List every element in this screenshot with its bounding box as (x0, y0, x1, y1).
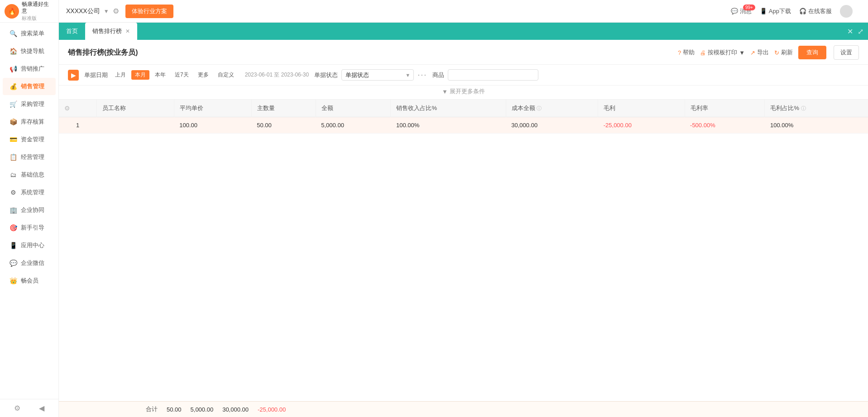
trial-btn[interactable]: 体验行业方案 (125, 5, 173, 18)
sales-icon: 💰 (9, 83, 17, 90)
query-btn[interactable]: 查询 (798, 46, 826, 59)
date-option-this-year[interactable]: 本年 (151, 70, 169, 80)
sidebar-item-enterprise[interactable]: 🏢 企业协同 (3, 201, 56, 219)
headset-icon: 🎧 (799, 8, 806, 14)
col-qty: 主数量 (251, 100, 316, 117)
content-area: 销售排行榜(按业务员) ? 帮助 🖨 按模板打印 ▼ ↗ 导出 (59, 40, 868, 417)
cell-index: 1 (59, 117, 96, 134)
date-option-this-month[interactable]: 本月 (131, 70, 149, 80)
page-title-row: 销售排行榜(按业务员) ? 帮助 🖨 按模板打印 ▼ ↗ 导出 (68, 45, 859, 60)
footer-amount: 5,000.00 (191, 406, 214, 413)
col-amount-label: 全额 (321, 105, 333, 111)
export-btn[interactable]: ↗ 导出 (750, 48, 769, 57)
tab-sales-ranking-label: 销售排行榜 (92, 27, 122, 35)
footer-collapse-icon[interactable]: ◀ (39, 404, 44, 412)
expand-more-row: ▼ 展开更多条件 (59, 86, 868, 100)
cell-gross: -25,000.00 (598, 117, 685, 134)
sidebar-item-label-member: 畅会员 (21, 277, 38, 285)
date-option-more[interactable]: 更多 (194, 70, 212, 80)
sidebar-item-finance[interactable]: 💳 资金管理 (3, 131, 56, 148)
help-label: 帮助 (683, 48, 695, 57)
print-dropdown-arrow: ▼ (739, 49, 745, 56)
sidebar-item-guide[interactable]: 🎯 新手引导 (3, 219, 56, 236)
date-filter-label: 单据日期 (84, 71, 108, 79)
sidebar-item-label-search: 搜索菜单 (21, 29, 44, 38)
purchase-icon: 🛒 (9, 101, 17, 108)
sidebar-item-operation[interactable]: 📋 经营管理 (3, 149, 56, 166)
settings-btn[interactable]: 设置 (834, 45, 859, 60)
tab-sales-ranking[interactable]: 销售排行榜 ✕ (85, 23, 137, 40)
page-header: 销售排行榜(按业务员) ? 帮助 🖨 按模板打印 ▼ ↗ 导出 (59, 40, 868, 65)
col-qty-label: 主数量 (257, 105, 275, 111)
table-header-row: ⚙ 员工名称 平均单价 主数量 全额 (59, 100, 868, 117)
data-table: ⚙ 员工名称 平均单价 主数量 全额 (59, 100, 868, 134)
logo-sub: 标准版 (22, 15, 54, 21)
sidebar-item-label-sales: 销售管理 (21, 82, 44, 91)
sidebar-item-basic[interactable]: 🗂 基础信息 (3, 166, 56, 183)
refresh-label: 刷新 (781, 48, 793, 57)
expand-more-btn[interactable]: ▼ 展开更多条件 (442, 87, 485, 96)
footer-settings-icon[interactable]: ⚙ (14, 404, 20, 412)
system-icon: ⚙ (9, 189, 17, 196)
sidebar-item-sales[interactable]: 💰 销售管理 (3, 78, 56, 95)
home-icon: 🏠 (9, 48, 17, 55)
sidebar-item-member[interactable]: 👑 畅会员 (3, 272, 56, 289)
date-option-last-7-days[interactable]: 近7天 (171, 70, 192, 80)
sidebar-item-shortcut[interactable]: 🏠 快捷导航 (3, 43, 56, 60)
status-select[interactable]: 单据状态 (341, 69, 414, 81)
sidebar-item-system[interactable]: ⚙ 系统管理 (3, 184, 56, 201)
status-filter-label: 单据状态 (314, 71, 338, 79)
help-btn[interactable]: ? 帮助 (678, 48, 695, 57)
topbar-right: 💬 消息 99+ 📱 App下载 🎧 在线客服 (731, 5, 861, 18)
sidebar-item-search[interactable]: 🔍 搜索菜单 (3, 25, 56, 42)
company-selector[interactable]: XXXXX公司 ▼ (66, 7, 109, 15)
page-title: 销售排行榜(按业务员) (68, 48, 138, 58)
filter-toggle-btn[interactable]: ▶ (68, 70, 79, 81)
col-gross-label: 毛利 (604, 105, 615, 111)
logo-text: 畅康通好生意 标准版 (22, 1, 54, 21)
filter-more-btn[interactable]: ··· (417, 70, 427, 80)
service-btn[interactable]: 🎧 在线客服 (799, 7, 832, 15)
cell-amount: 5,000.00 (316, 117, 391, 134)
col-name: 员工名称 (96, 100, 174, 117)
print-icon: 🖨 (700, 49, 706, 56)
sidebar-item-label-system: 系统管理 (21, 188, 44, 197)
sidebar: 🔥 畅康通好生意 标准版 🔍 搜索菜单 🏠 快捷导航 📢 营销推广 💰 销售管理… (0, 0, 59, 417)
sidebar-item-label-basic: 基础信息 (21, 171, 44, 179)
mobile-icon: 📱 (760, 8, 767, 14)
tab-close-icon[interactable]: ✕ (125, 28, 130, 34)
sidebar-item-inventory[interactable]: 📦 库存核算 (3, 113, 56, 130)
cell-gross-rate: -500.00% (685, 117, 765, 134)
guide-icon: 🎯 (9, 224, 17, 231)
goods-input[interactable] (448, 69, 538, 81)
date-option-custom[interactable]: 自定义 (214, 70, 238, 80)
date-option-last-month[interactable]: 上月 (111, 70, 129, 80)
refresh-btn[interactable]: ↻ 刷新 (774, 48, 793, 57)
sidebar-item-label-marketing: 营销推广 (21, 65, 44, 73)
sidebar-item-label-apps: 应用中心 (21, 241, 44, 249)
topbar-gear-icon[interactable]: ⚙ (113, 7, 119, 15)
company-name: XXXXX公司 (66, 7, 100, 15)
column-settings-icon[interactable]: ⚙ (64, 105, 70, 112)
filter-bar: ▶ 单据日期 上月 本月 本年 近7天 更多 自定义 2023-06-01 至 … (59, 65, 868, 86)
col-gross: 毛利 (598, 100, 685, 117)
table-footer: 合计 50.00 5,000.00 30,000.00 -25,000.00 (59, 401, 868, 417)
sidebar-item-apps[interactable]: 📱 应用中心 (3, 237, 56, 254)
cell-name (96, 117, 174, 134)
message-icon: 💬 (731, 8, 738, 14)
app-download-btn[interactable]: 📱 App下载 (760, 7, 791, 15)
tab-home[interactable]: 首页 (59, 23, 85, 40)
sidebar-item-marketing[interactable]: 📢 营销推广 (3, 60, 56, 77)
tab-restore-icon[interactable]: ⤢ (858, 27, 863, 36)
sidebar-item-purchase[interactable]: 🛒 采购管理 (3, 96, 56, 113)
tab-close-window-icon[interactable]: ✕ (847, 27, 853, 36)
footer-total-label: 合计 (64, 405, 158, 413)
message-btn[interactable]: 💬 消息 99+ (731, 7, 752, 15)
sidebar-footer: ⚙ ◀ (0, 399, 58, 417)
inventory-icon: 📦 (9, 118, 17, 125)
avatar[interactable] (840, 5, 853, 18)
goods-filter-group: 商品 (432, 69, 538, 81)
print-btn[interactable]: 🖨 按模板打印 ▼ (700, 48, 745, 57)
apps-icon: 📱 (9, 242, 17, 249)
sidebar-item-wechat[interactable]: 💬 企业微信 (3, 254, 56, 272)
